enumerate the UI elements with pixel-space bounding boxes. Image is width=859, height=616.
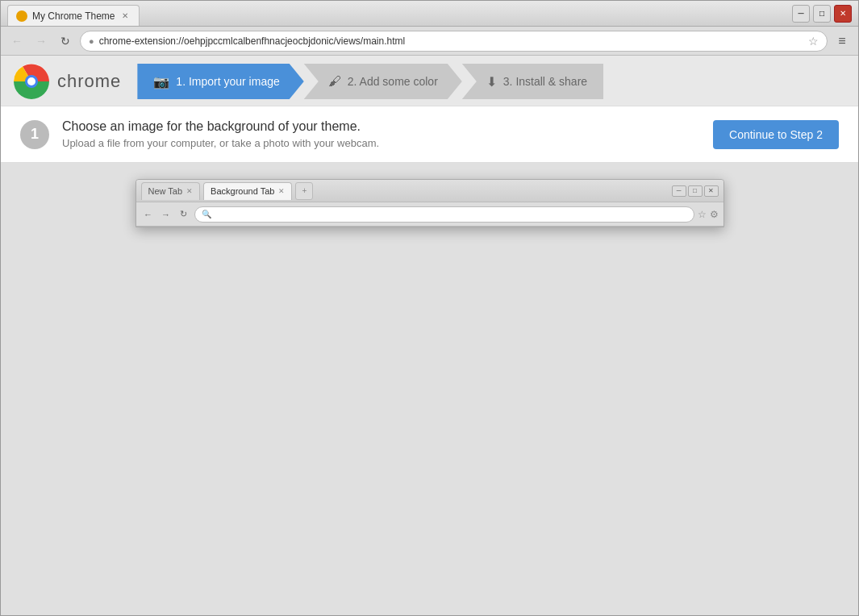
browser-preview: New Tab ✕ Background Tab ✕ + ─ □ ✕: [136, 179, 724, 227]
step-3[interactable]: ⬇ 3. Install & share: [462, 64, 603, 99]
preview-tab-newtab-label: New Tab: [148, 186, 183, 196]
close-button[interactable]: ✕: [834, 5, 852, 23]
address-bar[interactable]: ● chrome-extension://oehpjpccmlcalbenfhn…: [80, 31, 828, 52]
preview-new-tab-button[interactable]: +: [295, 182, 313, 200]
preview-minimize-button[interactable]: ─: [672, 185, 686, 197]
step-title: Choose an image for the background of yo…: [62, 119, 700, 134]
tab-label: My Chrome Theme: [32, 10, 115, 22]
preview-refresh-button[interactable]: ↻: [177, 207, 191, 222]
step-1-icon: 📷: [153, 74, 169, 89]
window-frame: My Chrome Theme ✕ ─ □ ✕ ← → ↻ ● chrome-e…: [0, 0, 859, 616]
main-content: chrome 📷 1. Import your image 🖌 2. Add s…: [1, 56, 858, 615]
preview-title-bar: New Tab ✕ Background Tab ✕ + ─ □ ✕: [136, 180, 723, 202]
preview-bookmark-icon[interactable]: ☆: [698, 209, 707, 220]
chrome-logo-icon: [14, 64, 49, 99]
step-1[interactable]: 📷 1. Import your image: [137, 64, 303, 99]
preview-wrench-icon[interactable]: ⚙: [710, 209, 719, 220]
address-text: chrome-extension://oehpjpccmlcalbenfhnac…: [99, 35, 803, 47]
preview-back-button[interactable]: ←: [141, 207, 156, 222]
nav-bar: ← → ↻ ● chrome-extension://oehpjpccmlcal…: [1, 27, 858, 56]
forward-button[interactable]: →: [31, 31, 51, 51]
preview-close-button[interactable]: ✕: [704, 185, 719, 197]
active-tab[interactable]: My Chrome Theme ✕: [7, 5, 140, 26]
preview-maximize-button[interactable]: □: [688, 185, 703, 197]
chrome-wordmark: chrome: [57, 71, 121, 92]
preview-tab-newtab-close[interactable]: ✕: [186, 187, 193, 195]
minimize-button[interactable]: ─: [792, 5, 810, 23]
step-2-icon: 🖌: [328, 74, 341, 89]
maximize-button[interactable]: □: [813, 5, 831, 23]
preview-forward-button[interactable]: →: [159, 207, 173, 222]
svg-point-3: [27, 77, 35, 85]
preview-tab-background-close[interactable]: ✕: [278, 187, 285, 195]
steps-nav: 📷 1. Import your image 🖌 2. Add some col…: [137, 64, 845, 99]
chrome-menu-button[interactable]: ≡: [832, 31, 852, 51]
tab-close-button[interactable]: ✕: [119, 10, 131, 22]
preview-area: New Tab ✕ Background Tab ✕ + ─ □ ✕: [1, 163, 858, 615]
tab-favicon: [16, 10, 27, 22]
step-number-badge: 1: [20, 120, 49, 149]
header-top: chrome 📷 1. Import your image 🖌 2. Add s…: [1, 64, 858, 106]
bookmark-star-icon[interactable]: ☆: [808, 35, 819, 48]
step-subtitle: Upload a file from your computer, or tak…: [62, 137, 700, 149]
continue-to-step2-button[interactable]: Continue to Step 2: [713, 120, 839, 149]
preview-tab-background-label: Background Tab: [211, 186, 274, 196]
back-button[interactable]: ←: [7, 31, 27, 51]
preview-search-icon: 🔍: [202, 210, 211, 219]
refresh-button[interactable]: ↻: [56, 31, 75, 51]
preview-nav-bar: ← → ↻ 🔍 ☆ ⚙: [136, 202, 723, 227]
step-2-label: 2. Add some color: [348, 75, 438, 88]
preview-tab-newtab[interactable]: New Tab ✕: [141, 182, 201, 200]
step-1-label: 1. Import your image: [176, 75, 279, 88]
step-description: Choose an image for the background of yo…: [62, 119, 700, 149]
preview-address-bar[interactable]: 🔍: [194, 206, 694, 223]
step-content-panel: 1 Choose an image for the background of …: [1, 106, 858, 163]
step-3-label: 3. Install & share: [503, 75, 587, 88]
address-lock-icon: ●: [89, 36, 94, 46]
tab-bar: My Chrome Theme ✕: [7, 1, 786, 26]
step-2[interactable]: 🖌 2. Add some color: [304, 64, 462, 99]
preview-win-controls: ─ □ ✕: [672, 185, 719, 197]
app-header: chrome 📷 1. Import your image 🖌 2. Add s…: [1, 56, 858, 106]
step-3-icon: ⬇: [486, 74, 497, 89]
title-bar: My Chrome Theme ✕ ─ □ ✕: [1, 1, 858, 27]
window-controls: ─ □ ✕: [792, 5, 852, 23]
preview-tab-background[interactable]: Background Tab ✕: [203, 182, 292, 200]
